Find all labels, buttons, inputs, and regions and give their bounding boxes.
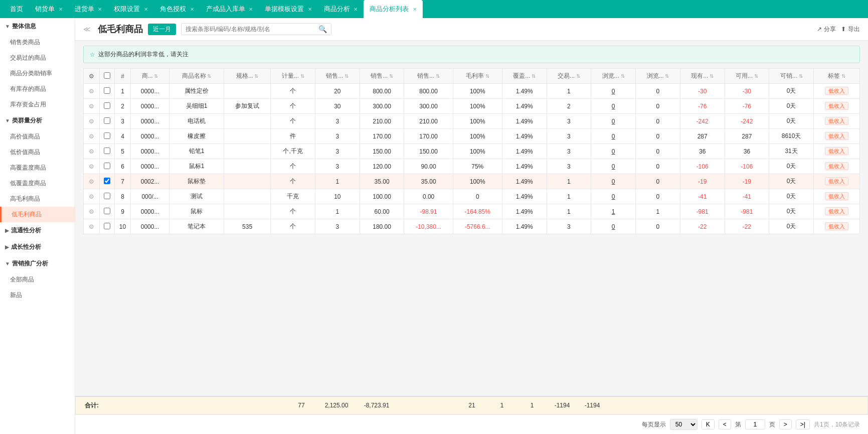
sidebar-item-traded-goods[interactable]: 交易过的商品: [0, 50, 75, 66]
nav-item-purchase[interactable]: 进货单 ✕: [69, 0, 108, 18]
td-checkbox[interactable]: [100, 114, 115, 129]
td-settings[interactable]: ⚙: [84, 219, 100, 234]
td-settings[interactable]: ⚙: [84, 204, 100, 219]
sidebar-item-low-value[interactable]: 低价值商品: [0, 144, 75, 160]
td-browse1[interactable]: 1: [591, 204, 636, 219]
td-settings[interactable]: ⚙: [84, 144, 100, 159]
td-checkbox[interactable]: [100, 99, 115, 114]
td-browse1[interactable]: 0: [591, 99, 636, 114]
next-page-button[interactable]: >: [779, 419, 792, 429]
td-browse1[interactable]: 0: [591, 219, 636, 234]
row-checkbox[interactable]: [104, 102, 110, 109]
sidebar-item-new-goods[interactable]: 新品: [0, 287, 75, 303]
sidebar-item-high-coverage[interactable]: 高覆盖度商品: [0, 160, 75, 176]
sidebar-item-sales-goods[interactable]: 销售类商品: [0, 35, 75, 50]
sidebar-item-capital[interactable]: 库存资金占用: [0, 97, 75, 112]
page-number-input[interactable]: [745, 419, 765, 429]
td-browse1[interactable]: 0: [591, 159, 636, 174]
th-unit[interactable]: 计量...: [271, 69, 315, 84]
nav-item-home[interactable]: 首页: [4, 0, 29, 18]
row-checkbox[interactable]: [104, 117, 110, 124]
td-settings[interactable]: ⚙: [84, 84, 100, 99]
td-settings[interactable]: ⚙: [84, 159, 100, 174]
row-checkbox[interactable]: [104, 87, 110, 94]
td-checkbox[interactable]: [100, 174, 115, 189]
nav-item-role[interactable]: 角色授权 ✕: [154, 0, 200, 18]
td-settings[interactable]: ⚙: [84, 99, 100, 114]
nav-item-analysis[interactable]: 商品分析 ✕: [318, 0, 364, 18]
sidebar-group-header-cluster[interactable]: ▼ 类群量分析: [0, 112, 75, 129]
th-gross-rate[interactable]: 毛利率: [453, 69, 502, 84]
td-settings[interactable]: ⚙: [84, 129, 100, 144]
last-page-button[interactable]: >|: [796, 419, 810, 429]
td-browse1[interactable]: 0: [591, 114, 636, 129]
th-sales-price[interactable]: 销售...: [360, 69, 404, 84]
th-trade[interactable]: 交易...: [547, 69, 591, 84]
td-checkbox[interactable]: [100, 84, 115, 99]
td-checkbox[interactable]: [100, 189, 115, 204]
td-browse1[interactable]: 0: [591, 189, 636, 204]
td-checkbox[interactable]: [100, 204, 115, 219]
search-icon[interactable]: 🔍: [318, 25, 327, 33]
td-settings[interactable]: ⚙: [84, 174, 100, 189]
row-checkbox[interactable]: [104, 223, 110, 229]
nav-close-permission[interactable]: ✕: [144, 7, 148, 12]
td-settings[interactable]: ⚙: [84, 189, 100, 204]
page-size-select[interactable]: 50 100 200: [670, 419, 698, 430]
td-settings[interactable]: ⚙: [84, 114, 100, 129]
th-name[interactable]: 商品名称: [169, 69, 224, 84]
th-settings[interactable]: ⚙: [84, 69, 100, 84]
th-sellable[interactable]: 可销...: [769, 69, 814, 84]
sidebar-item-high-margin[interactable]: 高毛利商品: [0, 191, 75, 207]
first-page-button[interactable]: K: [702, 419, 715, 429]
sidebar-item-stocked-goods[interactable]: 有库存的商品: [0, 81, 75, 97]
nav-item-analysis-list[interactable]: 商品分析列表 ✕: [364, 0, 423, 18]
th-available[interactable]: 可用...: [725, 69, 769, 84]
sidebar-group-header-growth[interactable]: ▶ 成长性分析: [0, 239, 75, 255]
th-checkbox[interactable]: [100, 69, 115, 84]
nav-close-analysis[interactable]: ✕: [354, 7, 358, 12]
th-current-stock[interactable]: 现有...: [680, 69, 725, 84]
sidebar-item-high-value[interactable]: 高价值商品: [0, 129, 75, 144]
nav-close-purchase[interactable]: ✕: [98, 7, 102, 12]
td-checkbox[interactable]: [100, 144, 115, 159]
td-browse1[interactable]: 0: [591, 84, 636, 99]
row-checkbox[interactable]: [104, 193, 110, 199]
search-input[interactable]: [186, 26, 318, 33]
th-coverage[interactable]: 覆盖...: [502, 69, 547, 84]
nav-item-permission[interactable]: 权限设置 ✕: [108, 0, 154, 18]
export-button[interactable]: ⬆ 导出: [841, 25, 860, 34]
nav-close-product[interactable]: ✕: [249, 7, 253, 12]
nav-close-sales[interactable]: ✕: [59, 7, 63, 12]
th-sales-qty[interactable]: 销售...: [315, 69, 360, 84]
nav-close-template[interactable]: ✕: [308, 7, 312, 12]
date-filter-button[interactable]: 近一月: [148, 24, 176, 35]
th-browse2[interactable]: 浏览...: [636, 69, 680, 84]
prev-page-button[interactable]: <: [719, 419, 731, 429]
row-checkbox[interactable]: [104, 178, 110, 184]
th-spec[interactable]: 规格...: [224, 69, 270, 84]
sidebar-item-low-coverage[interactable]: 低覆盖度商品: [0, 176, 75, 191]
nav-close-role[interactable]: ✕: [190, 7, 194, 12]
td-browse1[interactable]: 0: [591, 129, 636, 144]
nav-close-analysis-list[interactable]: ✕: [413, 7, 417, 12]
td-browse1[interactable]: 0: [591, 174, 636, 189]
td-checkbox[interactable]: [100, 159, 115, 174]
th-sales-profit[interactable]: 销售...: [404, 69, 453, 84]
sidebar-group-header-overall[interactable]: ▼ 整体信息: [0, 18, 75, 35]
sidebar-item-low-margin[interactable]: 低毛利商品: [0, 207, 75, 222]
th-code[interactable]: 商...: [131, 69, 169, 84]
sidebar-group-header-marketing[interactable]: ▼ 营销推广分析: [0, 255, 75, 272]
th-browse1[interactable]: 浏览...: [591, 69, 636, 84]
nav-item-sales[interactable]: 销货单 ✕: [29, 0, 69, 18]
sidebar-group-header-circulation[interactable]: ▶ 流通性分析: [0, 222, 75, 239]
td-checkbox[interactable]: [100, 219, 115, 234]
sidebar-item-category-rate[interactable]: 商品分类助销率: [0, 66, 75, 81]
nav-item-product[interactable]: 产成品入库单 ✕: [200, 0, 259, 18]
share-button[interactable]: ↗ 分享: [817, 25, 836, 34]
row-checkbox[interactable]: [104, 208, 110, 214]
td-checkbox[interactable]: [100, 129, 115, 144]
row-checkbox[interactable]: [104, 132, 110, 139]
th-tag[interactable]: 标签: [813, 69, 859, 84]
row-checkbox[interactable]: [104, 148, 110, 154]
